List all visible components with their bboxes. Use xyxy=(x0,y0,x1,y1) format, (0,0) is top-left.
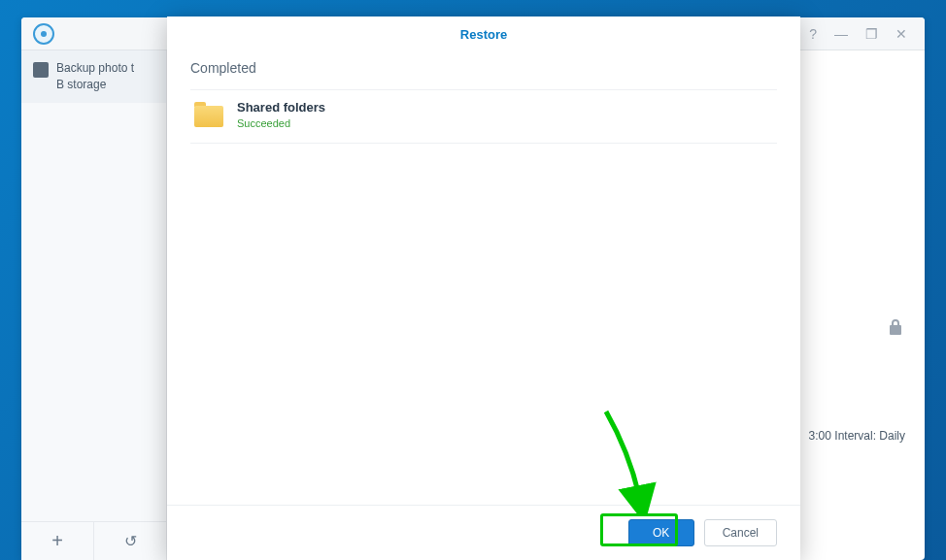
result-status: Succeeded xyxy=(237,117,325,129)
lock-icon[interactable] xyxy=(888,318,903,340)
sidebar-item-backup[interactable]: Backup photo t B storage xyxy=(21,50,166,103)
cancel-button[interactable]: Cancel xyxy=(704,519,777,546)
minimize-icon[interactable]: — xyxy=(834,26,848,42)
sidebar-item-label: Backup photo t B storage xyxy=(56,60,134,93)
svg-point-0 xyxy=(41,31,47,37)
dialog-body: Completed Shared folders Succeeded xyxy=(167,52,800,505)
result-name: Shared folders xyxy=(237,100,325,115)
dialog-title: Restore xyxy=(167,16,800,52)
status-heading: Completed xyxy=(190,60,777,76)
app-icon xyxy=(33,23,54,45)
folder-icon xyxy=(194,102,223,127)
ok-button[interactable]: OK xyxy=(628,519,694,546)
schedule-text: 3:00 Interval: Daily xyxy=(809,429,905,443)
restore-dialog: Restore Completed Shared folders Succeed… xyxy=(167,16,800,560)
sidebar-footer: + ↺ xyxy=(21,521,166,560)
dialog-footer: OK Cancel xyxy=(167,505,800,560)
maximize-icon[interactable]: ❐ xyxy=(865,26,878,42)
result-text: Shared folders Succeeded xyxy=(237,100,325,129)
history-button[interactable]: ↺ xyxy=(94,522,166,560)
help-icon[interactable]: ? xyxy=(809,26,817,42)
sidebar: Backup photo t B storage + ↺ xyxy=(21,50,167,560)
close-icon[interactable]: ✕ xyxy=(895,26,907,42)
plus-icon: + xyxy=(51,530,63,552)
window-controls: ? — ❐ ✕ xyxy=(809,26,917,42)
add-button[interactable]: + xyxy=(21,522,94,560)
task-icon xyxy=(33,62,49,78)
result-row: Shared folders Succeeded xyxy=(190,89,777,144)
history-icon: ↺ xyxy=(124,532,137,550)
